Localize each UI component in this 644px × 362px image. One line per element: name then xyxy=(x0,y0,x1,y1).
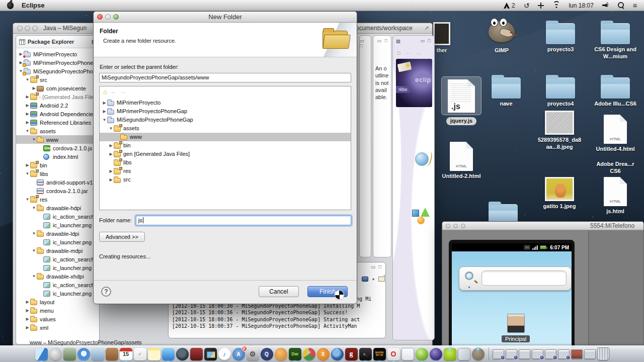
dock-item-opera[interactable]: O xyxy=(387,348,400,360)
dock-item-iphoto[interactable] xyxy=(204,348,217,360)
time-machine-icon[interactable]: ↺ xyxy=(524,2,530,9)
chevron-expanded-icon[interactable]: ▼ xyxy=(31,248,37,253)
zoom-button[interactable] xyxy=(461,224,465,228)
close-button[interactable] xyxy=(446,224,450,228)
dock-item-quicktime[interactable]: Q xyxy=(261,348,273,360)
minimize-button[interactable] xyxy=(453,224,458,228)
dock-item-mission-control[interactable] xyxy=(63,348,76,360)
tree-item-www[interactable]: www xyxy=(100,133,351,141)
dock-item-window-thumb-6[interactable] xyxy=(558,349,570,359)
chevron-expanded-icon[interactable]: ▼ xyxy=(31,206,37,210)
dock-item-contacts[interactable] xyxy=(106,348,118,360)
chevron-collapsed-icon[interactable]: ▶ xyxy=(102,109,107,114)
tree-item-ic-action-search-png[interactable]: ic_action_search.png xyxy=(16,255,99,263)
dropdown-icon[interactable]: ▾ xyxy=(372,277,374,282)
desktop-icon-gimp[interactable]: GIMP xyxy=(478,16,525,54)
tree-item-index-html[interactable]: index.html xyxy=(16,152,99,161)
dock-item-firefox[interactable] xyxy=(331,348,344,360)
search-icon[interactable] xyxy=(465,272,473,280)
back-icon[interactable]: ← xyxy=(111,88,117,95)
wifi-icon[interactable] xyxy=(552,3,560,8)
dock-item-reminders[interactable]: ✓ xyxy=(134,348,146,360)
chevron-expanded-icon[interactable]: ▼ xyxy=(25,129,30,133)
dock-item-system-preferences[interactable]: ⚙ xyxy=(247,348,259,360)
dock-item-launchpad[interactable] xyxy=(49,348,62,360)
dock-item-photo-booth[interactable] xyxy=(176,348,189,360)
tree-item-ic-launcher-png[interactable]: ic_launcher.png xyxy=(16,289,99,298)
dock-item-window-thumb-1[interactable] xyxy=(493,349,504,359)
desktop-icon-untitled-4-html[interactable]: HTMLUntitled-4.html xyxy=(592,115,638,153)
spotlight-icon[interactable] xyxy=(618,2,624,9)
desktop-icon-adobe-drea-r-cs6[interactable]: Adobe Drea...r CS6 xyxy=(592,159,638,175)
dock-item-window-thumb-3[interactable] xyxy=(519,349,530,359)
dock-item-window-thumb-2[interactable] xyxy=(506,349,517,359)
dock-item-eclipse[interactable] xyxy=(430,348,442,360)
chevron-collapsed-icon[interactable]: ▶ xyxy=(25,300,30,304)
tree-item-res[interactable]: ▶res xyxy=(100,167,351,175)
dock-item-xampp[interactable]: X xyxy=(317,348,330,360)
chevron-collapsed-icon[interactable]: ▶ xyxy=(25,317,30,321)
tree-item-misegundoproyectophonegap[interactable]: ▼MiSegundoProyectoPhoneGap xyxy=(100,116,351,124)
tree-item-ic-action-search-png[interactable]: ic_action_search.png xyxy=(16,212,99,221)
dock-item-mamp[interactable]: WARNI W7:36 xyxy=(373,348,386,360)
chevron-collapsed-icon[interactable]: ▶ xyxy=(108,169,114,173)
desktop-icon-adobe-illu-cs6[interactable]: Adobe Illu...CS6 xyxy=(592,74,638,108)
dock-item-avd-orb[interactable] xyxy=(416,348,428,360)
display-console-icon[interactable] xyxy=(362,277,368,282)
app-shortcut-principal[interactable]: Principal xyxy=(496,314,535,343)
tree-item-assets[interactable]: ▼assets xyxy=(100,124,351,133)
emulator-titlebar[interactable]: 5554:MiTelefono xyxy=(442,222,643,230)
dock-item-trash[interactable] xyxy=(597,347,609,360)
dock-item-terminal[interactable]: >_ xyxy=(359,348,372,360)
chevron-expanded-icon[interactable]: ▼ xyxy=(25,77,30,82)
minimize-button[interactable] xyxy=(25,26,30,31)
tree-item-miprimerproyecto[interactable]: ▶MiPrimerProyecto xyxy=(100,99,351,107)
minmax-icons[interactable]: ▭ □ xyxy=(421,38,432,43)
tree-item-android-dependencies[interactable]: ▶Android Dependencies xyxy=(16,110,99,118)
desktop-icon-5289395578-da8aa-8-jpeg[interactable]: 5289395578_da8aa...8.jpeg xyxy=(536,111,583,151)
tree-item-drawable-hdpi[interactable]: ▼drawable-hdpi xyxy=(16,204,99,212)
desktop-icon-gatito-1-jpeg[interactable]: gatito 1.jpeg xyxy=(536,177,583,210)
tree-item-android-support-v13-jar[interactable]: android-support-v13.jar xyxy=(16,178,99,187)
search-widget[interactable]: ▼ xyxy=(459,266,572,291)
tree-item-menu[interactable]: ▶menu xyxy=(16,306,99,315)
dock-item-gimp[interactable] xyxy=(472,348,485,360)
chevron-collapsed-icon[interactable]: ▶ xyxy=(25,308,30,313)
chevron-collapsed-icon[interactable]: ▶ xyxy=(108,177,114,182)
tree-item-gen-generated-java-files-[interactable]: ▶gen [Generated Java Files] xyxy=(100,150,351,158)
collapsed-editor-strip[interactable]: ▭ □ xyxy=(359,35,371,257)
open-console-icon[interactable] xyxy=(378,277,385,282)
tree-item-cordova-2-1-0-js[interactable]: Dwcordova-2.1.0.js xyxy=(16,144,99,152)
folder-name-input[interactable]: js xyxy=(136,216,351,225)
tree-item-bin[interactable]: ▶bin xyxy=(16,161,99,169)
chevron-collapsed-icon[interactable]: ▶ xyxy=(25,120,30,125)
dock-item-android-emulator[interactable] xyxy=(444,348,456,360)
desktop-icon-proyecto4[interactable]: proyecto4 xyxy=(537,74,584,108)
dock-item-libreoffice[interactable] xyxy=(401,348,414,360)
desktop-icon-proyecto3[interactable]: proyecto3 xyxy=(537,20,584,53)
eclipse-splash-graphic[interactable]: eclip rkbe xyxy=(396,59,432,107)
chevron-expanded-icon[interactable]: ▼ xyxy=(31,137,37,142)
tree-item-miprimerproyectophonegap[interactable]: ▶MiPrimerProyectoPhoneGap xyxy=(100,107,351,116)
maximize-icon[interactable]: ▭ □ xyxy=(377,38,388,43)
dock-item-dvd-player[interactable] xyxy=(190,348,203,360)
dock-item-chrome[interactable] xyxy=(303,348,315,360)
tree-item-miprimerproyectophonegap[interactable]: ▶MiPrimerProyectoPhoneGap xyxy=(16,58,99,67)
phone-screen[interactable]: 3G 6:07 PM ▼ Principal xyxy=(452,243,572,349)
desktop-icon-js-html[interactable]: HTMLjs.html xyxy=(592,177,638,215)
volume-icon[interactable] xyxy=(602,3,609,8)
dock-item-itunes[interactable]: ♪ xyxy=(218,348,231,360)
tree-item-misegundoproyectophonegap[interactable]: ▼MiSegundoProyectoPhoneGap xyxy=(16,67,99,75)
chevron-collapsed-icon[interactable]: ▶ xyxy=(25,103,30,108)
chevron-collapsed-icon[interactable]: ▶ xyxy=(108,143,114,148)
desktop-icon-jquery-js[interactable]: .jsjquery.js xyxy=(438,76,485,125)
apple-menu-icon[interactable] xyxy=(7,2,14,9)
tree-item-cordova-2-1-0-jar[interactable]: cordova-2.1.0.jar xyxy=(16,187,99,195)
minimize-icon[interactable]: ▭ □ xyxy=(360,38,368,48)
dock-item-g-app[interactable]: g xyxy=(345,348,358,360)
chevron-collapsed-icon[interactable]: ▶ xyxy=(25,325,30,330)
tree-item-referenced-libraries[interactable]: ▶Referenced Libraries xyxy=(16,118,99,127)
tree-item-bin[interactable]: ▶bin xyxy=(100,141,351,150)
tree-item-www[interactable]: ▼www xyxy=(16,135,99,144)
tree-item-libs[interactable]: ▼libs xyxy=(16,169,99,178)
